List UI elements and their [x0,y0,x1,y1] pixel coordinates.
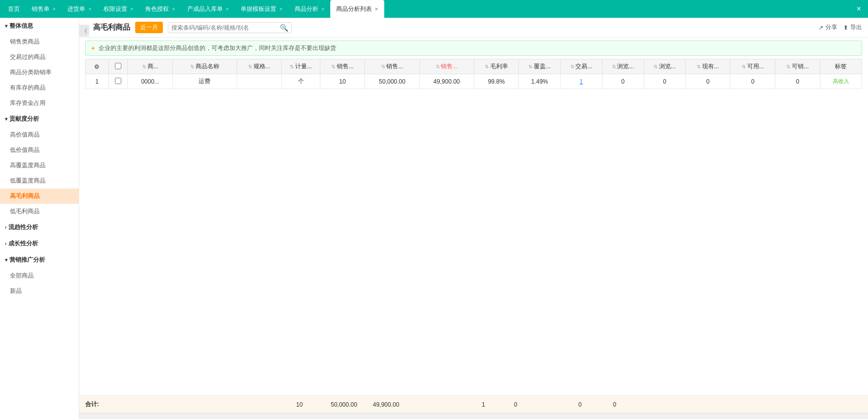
nav-close-template[interactable]: × [279,6,282,12]
footer-browse1: 0 [514,401,546,408]
cell-browse1: 0 [602,74,644,89]
th-browse1[interactable]: 浏览... [602,59,644,74]
top-navigation: 首页 销售单 × 进货单 × 权限设置 × 角色授权 × 产成品入库单 × 单据… [0,0,868,18]
nav-permission-settings[interactable]: 权限设置 × [98,0,139,18]
sidebar-group-marketing-arrow: ▾ [5,257,7,263]
cell-name: 运费 [173,74,237,89]
th-sales-qty[interactable]: 销售... [320,59,365,74]
nav-close-product-analysis-list[interactable]: × [375,6,378,12]
sidebar-collapse-button[interactable]: 《 [79,25,89,37]
nav-close-role-auth[interactable]: × [172,6,175,12]
footer-sales-amt: 50,000.00 [331,401,373,408]
horizontal-scrollbar[interactable] [79,413,868,419]
footer-sales-cost: 49,900.00 [373,401,415,408]
sidebar-item-traded-goods[interactable]: 交易过的商品 [0,49,79,65]
sidebar-item-high-value[interactable]: 高价值商品 [0,127,79,142]
th-browse2[interactable]: 浏览... [644,59,685,74]
nav-close-product-warehouse[interactable]: × [226,6,229,12]
th-sales-amt[interactable]: 销售... [365,59,419,74]
th-avail[interactable]: 可用... [730,59,775,74]
search-icon[interactable]: 🔍 [280,24,288,32]
search-input[interactable] [171,24,280,31]
sidebar-item-category-rate[interactable]: 商品分类助销率 [0,65,79,80]
sidebar-item-high-coverage[interactable]: 高覆盖度商品 [0,158,79,173]
th-trade[interactable]: 交易... [561,59,602,74]
content-header: 高毛利商品 近一月 🔍 ↗ 分享 ⬆ 导出 [79,18,868,38]
nav-template-settings[interactable]: 单据模板设置 × [235,0,288,18]
sidebar-item-all-goods[interactable]: 全部商品 [0,268,79,283]
page-title: 高毛利商品 [93,23,130,32]
cell-sales-amt: 50,000.00 [365,74,419,89]
nav-purchase-order[interactable]: 进货单 × [61,0,97,18]
select-all-checkbox[interactable] [115,63,121,69]
share-icon: ↗ [818,24,823,31]
cell-code: 0000... [128,74,173,89]
nav-product-warehouse[interactable]: 产成品入库单 × [181,0,235,18]
sidebar-item-low-margin[interactable]: 低毛利商品 [0,204,79,219]
filter-recent-month-button[interactable]: 近一月 [135,22,163,33]
search-box: 🔍 [168,22,292,33]
nav-product-analysis-list[interactable]: 商品分析列表 × [330,0,384,18]
th-sellable[interactable]: 可销... [775,59,820,74]
cell-avail: 0 [730,74,775,89]
header-actions: ↗ 分享 ⬆ 导出 [818,23,862,32]
th-unit[interactable]: 计量... [282,59,320,74]
nav-home[interactable]: 首页 [2,0,26,18]
cell-sales-qty: 10 [320,74,365,89]
sidebar-group-trend-arrow: › [5,225,6,230]
cell-tag: 高收入 [820,74,862,89]
cell-trade[interactable]: 1 [561,74,602,89]
nav-close-permission[interactable]: × [130,6,133,12]
sidebar-item-high-margin[interactable]: 高毛利商品 [0,188,79,204]
sidebar-group-overall[interactable]: ▾ 整体信息 [0,18,79,34]
data-table: ⚙ 商... 商品名称 规格... 计量... 销售... 销售... 销售..… [85,59,862,89]
th-code[interactable]: 商... [128,59,173,74]
th-settings[interactable]: ⚙ [86,59,109,74]
th-tag[interactable]: 标签 [820,59,862,74]
sidebar-item-inventory-goods[interactable]: 有库存的商品 [0,80,79,95]
cell-curr-inv: 0 [685,74,730,89]
cell-spec [237,74,282,89]
footer-trade: 1 [482,401,514,408]
th-spec[interactable]: 规格... [237,59,282,74]
th-sales-cost[interactable]: 销售... [419,59,474,74]
cell-sales-cost: 49,900.00 [419,74,474,89]
th-cover[interactable]: 覆盖... [519,59,561,74]
cell-sellable: 0 [775,74,820,89]
nav-close-purchase-order[interactable]: × [88,6,91,12]
main-layout: ▾ 整体信息 销售类商品 交易过的商品 商品分类助销率 有库存的商品 库存资金占… [0,18,868,419]
nav-role-auth[interactable]: 角色授权 × [139,0,181,18]
sidebar-item-inventory-capital[interactable]: 库存资金占用 [0,95,79,111]
sidebar-group-trend[interactable]: › 流趋性分析 [0,219,79,235]
footer-totals-bar: 合计: 10 50,000.00 49,900.00 1 0 0 0 [79,395,868,413]
cell-cover: 1.49% [519,74,561,89]
cell-check[interactable] [108,74,128,89]
sidebar-item-low-coverage[interactable]: 低覆盖度商品 [0,173,79,188]
footer-curr-inv: 0 [578,401,613,408]
th-curr-inv[interactable]: 现有... [685,59,730,74]
cell-browse2: 0 [644,74,685,89]
th-check[interactable] [108,59,128,74]
th-name[interactable]: 商品名称 [173,59,237,74]
sidebar-item-low-value[interactable]: 低价值商品 [0,142,79,158]
table-header-row: ⚙ 商... 商品名称 规格... 计量... 销售... 销售... 销售..… [86,59,862,74]
nav-close-product-analysis[interactable]: × [321,6,324,12]
sidebar-group-growth[interactable]: › 成长性分析 [0,235,79,252]
sidebar-group-marketing[interactable]: ▾ 营销推广分析 [0,252,79,268]
sidebar-item-sales-goods[interactable]: 销售类商品 [0,34,79,49]
sidebar-item-new-goods[interactable]: 新品 [0,283,79,299]
share-button[interactable]: ↗ 分享 [818,23,837,32]
nav-sales-order[interactable]: 销售单 × [26,0,61,18]
nav-close-sales-order[interactable]: × [52,6,55,12]
nav-product-analysis[interactable]: 商品分析 × [289,0,330,18]
export-button[interactable]: ⬆ 导出 [843,23,862,32]
th-gross-rate[interactable]: 毛利率 [474,59,519,74]
info-bar: ✦ 企业的主要的利润都是这部分商品创造的，可考虑加大推广，同时关注库存是不要出现… [85,41,862,56]
cell-gross-rate: 99.8% [474,74,519,89]
info-icon: ✦ [91,45,96,52]
cell-unit: 个 [282,74,320,89]
nav-close-all-button[interactable]: × [852,4,866,13]
row-checkbox[interactable] [115,78,121,84]
cell-index: 1 [86,74,109,89]
sidebar-group-contribution[interactable]: ▾ 贡献度分析 [0,111,79,127]
